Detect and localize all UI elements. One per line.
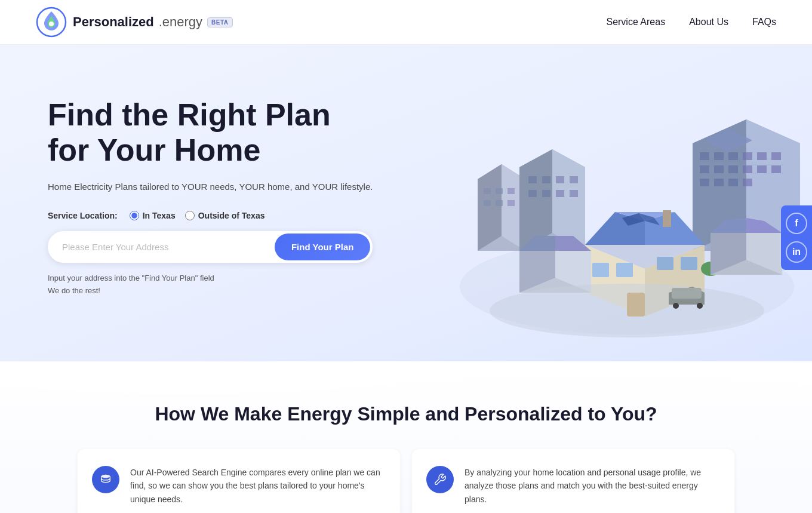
- nav-about-us[interactable]: About Us: [689, 17, 728, 27]
- card-1: Our AI-Powered Search Engine compares ev…: [78, 449, 400, 513]
- svg-point-74: [697, 303, 703, 309]
- svg-rect-15: [528, 176, 537, 183]
- logo-area: Personalized.energy BETA: [36, 7, 233, 38]
- hero-content: Find the Right Plan for Your Home Home E…: [48, 97, 373, 297]
- svg-rect-32: [771, 152, 781, 160]
- radio-outside-texas[interactable]: Outside of Texas: [185, 211, 265, 220]
- facebook-button[interactable]: f: [786, 213, 807, 234]
- svg-point-70: [490, 284, 764, 337]
- svg-rect-17: [556, 176, 564, 183]
- svg-rect-72: [672, 288, 702, 299]
- nav: Service Areas About Us FAQs: [606, 17, 776, 27]
- helper-text: Input your address into the "Find Your P…: [48, 272, 373, 297]
- svg-rect-10: [496, 200, 503, 206]
- svg-rect-39: [700, 179, 709, 186]
- find-plan-button[interactable]: Find Your Plan: [275, 234, 370, 260]
- svg-marker-4: [478, 164, 502, 251]
- social-sidebar: f in: [781, 205, 812, 270]
- svg-rect-50: [592, 263, 609, 277]
- hero-illustration: [442, 60, 812, 346]
- hero-section: Find the Right Plan for Your Home Home E…: [0, 45, 812, 361]
- svg-point-1: [49, 21, 54, 26]
- radio-in-texas-input[interactable]: [130, 211, 139, 220]
- svg-rect-27: [700, 152, 709, 160]
- database-icon: [99, 473, 112, 486]
- hero-title: Find the Right Plan for Your Home: [48, 97, 373, 169]
- svg-rect-38: [771, 165, 781, 173]
- how-section-title: How We Make Energy Simple and Personaliz…: [36, 403, 776, 425]
- svg-rect-16: [542, 176, 550, 183]
- svg-rect-40: [714, 179, 724, 186]
- radio-in-texas[interactable]: In Texas: [130, 211, 176, 220]
- card-2-text: By analyzing your home location and pers…: [465, 466, 720, 506]
- svg-rect-7: [496, 188, 503, 194]
- logo-text-block: Personalized.energy BETA: [73, 15, 233, 29]
- card-2: By analyzing your home location and pers…: [412, 449, 734, 513]
- svg-marker-14: [552, 149, 585, 251]
- cards-grid: Our AI-Powered Search Engine compares ev…: [78, 449, 734, 513]
- svg-rect-19: [528, 190, 537, 197]
- card-1-text: Our AI-Powered Search Engine compares ev…: [130, 466, 386, 506]
- service-location: Service Location: In Texas Outside of Te…: [48, 211, 373, 220]
- svg-rect-29: [728, 152, 738, 160]
- svg-rect-41: [728, 179, 738, 186]
- card-2-icon: [426, 466, 454, 493]
- wrench-icon: [433, 473, 447, 486]
- svg-rect-20: [542, 190, 550, 197]
- svg-rect-53: [681, 257, 697, 270]
- svg-rect-35: [728, 165, 738, 173]
- svg-rect-31: [757, 152, 767, 160]
- svg-rect-51: [616, 263, 633, 277]
- linkedin-button[interactable]: in: [786, 241, 807, 263]
- svg-rect-18: [570, 176, 578, 183]
- svg-marker-13: [519, 149, 552, 251]
- service-location-label: Service Location:: [48, 211, 118, 220]
- svg-rect-52: [657, 257, 673, 270]
- header: Personalized.energy BETA Service Areas A…: [0, 0, 812, 45]
- svg-rect-34: [714, 165, 724, 173]
- logo-name: Personalized.energy BETA: [73, 15, 233, 29]
- svg-rect-36: [743, 165, 752, 173]
- logo-icon: [36, 7, 67, 38]
- hero-subtitle: Home Electricity Plans tailored to YOUR …: [48, 180, 373, 194]
- radio-group: In Texas Outside of Texas: [130, 211, 265, 220]
- nav-service-areas[interactable]: Service Areas: [606, 17, 665, 27]
- svg-rect-28: [714, 152, 724, 160]
- svg-rect-33: [700, 165, 709, 173]
- card-1-icon: [92, 466, 119, 493]
- beta-badge: BETA: [207, 17, 232, 27]
- svg-rect-8: [508, 188, 515, 194]
- svg-rect-54: [663, 210, 671, 227]
- svg-rect-22: [570, 190, 578, 197]
- svg-rect-11: [508, 200, 515, 206]
- svg-rect-30: [743, 152, 752, 160]
- radio-outside-texas-input[interactable]: [185, 211, 195, 220]
- svg-rect-9: [484, 200, 491, 206]
- address-input[interactable]: [48, 232, 272, 262]
- svg-point-73: [673, 303, 679, 309]
- svg-rect-21: [556, 190, 564, 197]
- svg-point-75: [102, 475, 110, 478]
- search-bar: Find Your Plan: [48, 231, 373, 263]
- svg-rect-42: [743, 179, 752, 186]
- svg-rect-37: [757, 165, 767, 173]
- nav-faqs[interactable]: FAQs: [752, 17, 776, 27]
- svg-rect-6: [484, 188, 491, 194]
